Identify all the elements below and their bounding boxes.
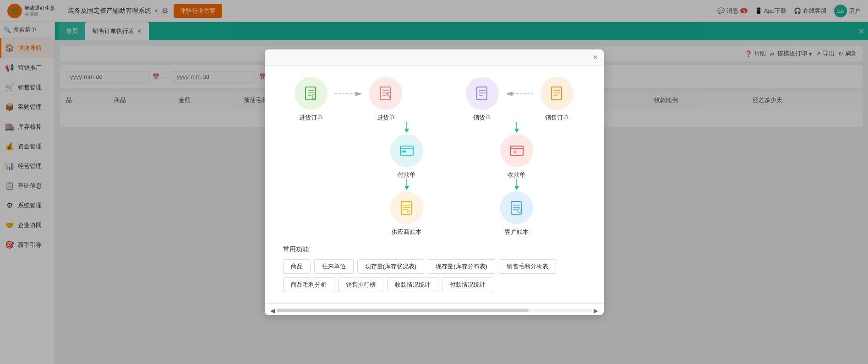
- customer-circle[interactable]: [500, 191, 533, 224]
- flow-item-purchase-order: 进货订单: [283, 77, 339, 122]
- sales-bill-circle[interactable]: [466, 77, 499, 110]
- flow-row-arrows-2: [283, 179, 585, 191]
- down-arrow-purchase: [375, 122, 439, 134]
- svg-text:账: 账: [407, 209, 410, 213]
- flow-row-3: 账 供应商账本: [283, 191, 585, 236]
- sales-order-circle[interactable]: [540, 77, 573, 110]
- svg-marker-34: [514, 186, 519, 190]
- scrollbar-thumb[interactable]: [277, 309, 529, 312]
- flow-item-sales-bill: 销货单: [454, 77, 510, 122]
- svg-rect-28: [510, 146, 523, 155]
- flow-item-payment: ¥ 付款单: [375, 134, 439, 179]
- down-arrow-sales: [485, 122, 549, 134]
- svg-point-44: [518, 209, 521, 212]
- flow-item-supplier: 账 供应商账本: [375, 191, 439, 236]
- svg-rect-16: [551, 87, 562, 100]
- flow-item-purchase-bill: 进货单: [358, 77, 414, 122]
- svg-rect-24: [400, 146, 413, 155]
- common-functions-title: 常用功能: [283, 245, 585, 254]
- svg-rect-6: [380, 87, 390, 100]
- svg-marker-32: [404, 186, 409, 190]
- svg-marker-14: [506, 92, 513, 96]
- purchase-bill-label: 进货单: [377, 114, 395, 122]
- common-btn-product-margin[interactable]: 商品毛利分析: [283, 277, 334, 292]
- flow-item-customer: 客户账本: [485, 191, 549, 236]
- common-btn-stock-status[interactable]: 现存量(库存状况表): [357, 259, 425, 274]
- svg-text:¥: ¥: [513, 150, 517, 155]
- purchase-order-label: 进货订单: [299, 114, 323, 122]
- svg-rect-0: [306, 87, 316, 100]
- svg-rect-10: [477, 87, 487, 100]
- common-section: 常用功能 商品 往来单位 现存量(库存状况表) 现存量(库存分布表) 销售毛利分…: [283, 245, 585, 292]
- flow-row-1: 进货订单: [283, 77, 585, 122]
- common-btn-sales-margin[interactable]: 销售毛利分析表: [499, 259, 556, 274]
- common-btn-receipt-stats[interactable]: 收款情况统计: [387, 277, 438, 292]
- common-btn-payment-stats[interactable]: 付款情况统计: [442, 277, 493, 292]
- purchase-order-circle[interactable]: [295, 77, 328, 110]
- purchase-bill-circle[interactable]: [369, 77, 402, 110]
- modal-scrollbar: ◀ ▶: [265, 303, 604, 315]
- receipt-label: 收款单: [508, 171, 525, 179]
- payment-circle[interactable]: ¥: [390, 134, 423, 167]
- flow-row-2: ¥ 付款单 ¥: [283, 134, 585, 179]
- flow-item-sales-order: 销售订单: [529, 77, 585, 122]
- receipt-circle[interactable]: ¥: [500, 134, 533, 167]
- svg-text:¥: ¥: [403, 149, 405, 153]
- supplier-circle[interactable]: 账: [390, 191, 423, 224]
- flow-section: 进货订单: [283, 77, 585, 236]
- common-btn-stock-dist[interactable]: 现存量(库存分布表): [428, 259, 495, 274]
- flow-item-receipt: ¥ 收款单: [485, 134, 549, 179]
- scroll-right-button[interactable]: ▶: [594, 307, 598, 314]
- supplier-label: 供应商账本: [392, 228, 421, 236]
- sales-bill-label: 销货单: [473, 114, 491, 122]
- modal: ✕: [265, 49, 604, 315]
- svg-marker-23: [514, 129, 519, 133]
- sales-order-label: 销售订单: [545, 114, 569, 122]
- svg-marker-21: [404, 129, 409, 133]
- scroll-left-button[interactable]: ◀: [270, 307, 275, 314]
- common-btn-sales-rank[interactable]: 销售排行榜: [338, 277, 383, 292]
- common-btn-product[interactable]: 商品: [283, 259, 311, 274]
- common-btn-contacts[interactable]: 往来单位: [314, 259, 354, 274]
- modal-body: 进货订单: [265, 66, 604, 303]
- down-arrow-receipt: [485, 179, 549, 191]
- down-arrow-payment: [375, 179, 439, 191]
- modal-close-button[interactable]: ✕: [592, 53, 598, 62]
- customer-label: 客户账本: [505, 228, 529, 236]
- flow-row-arrows: [283, 122, 585, 134]
- modal-overlay[interactable]: ✕: [0, 0, 868, 364]
- scrollbar-track: [277, 309, 592, 312]
- modal-header: ✕: [265, 49, 604, 66]
- common-buttons: 商品 往来单位 现存量(库存状况表) 现存量(库存分布表) 销售毛利分析表 商品…: [283, 259, 585, 292]
- payment-label: 付款单: [398, 171, 415, 179]
